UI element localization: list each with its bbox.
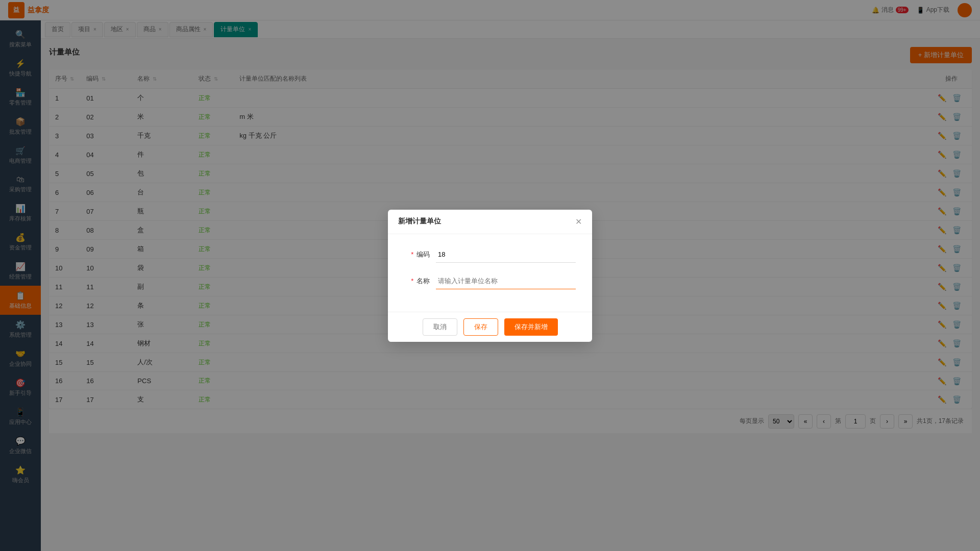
cancel-button[interactable]: 取消 (423, 318, 457, 336)
save-and-new-button[interactable]: 保存并新增 (504, 318, 558, 336)
modal-footer: 取消 保存 保存并新增 (388, 312, 592, 342)
modal-title: 新增计量单位 (398, 217, 441, 226)
code-form-row: * 编码 (404, 246, 576, 263)
name-label: * 名称 (404, 277, 430, 286)
code-input[interactable] (436, 246, 576, 263)
code-label-text: 编码 (416, 251, 430, 258)
code-required-star: * (411, 251, 413, 258)
modal-overlay: 新增计量单位 ✕ * 编码 * 名称 取消 保存 保存并新增 (0, 0, 980, 551)
name-label-text: 名称 (416, 277, 430, 285)
save-button[interactable]: 保存 (463, 318, 498, 336)
modal-header: 新增计量单位 ✕ (388, 210, 592, 234)
modal-body: * 编码 * 名称 (388, 234, 592, 312)
add-unit-modal: 新增计量单位 ✕ * 编码 * 名称 取消 保存 保存并新增 (388, 210, 592, 342)
name-required-star: * (411, 277, 413, 285)
name-input[interactable] (436, 273, 576, 289)
name-form-row: * 名称 (404, 273, 576, 289)
code-label: * 编码 (404, 250, 430, 259)
modal-close-button[interactable]: ✕ (575, 217, 582, 227)
